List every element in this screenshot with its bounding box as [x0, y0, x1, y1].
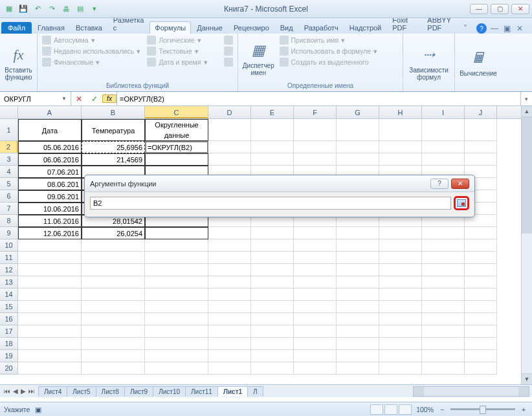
zoom-in-button[interactable]: +	[519, 406, 528, 413]
row-header[interactable]: 9	[0, 227, 18, 239]
cancel-formula-button[interactable]: ✕	[71, 94, 87, 104]
cell[interactable]	[337, 276, 379, 289]
cell[interactable]	[82, 252, 145, 264]
sheet-tab[interactable]: Лист10	[153, 386, 186, 397]
cell[interactable]	[379, 325, 422, 338]
sheet-nav-last-icon[interactable]: ⏭	[28, 388, 35, 395]
cell[interactable]	[145, 264, 208, 276]
cell[interactable]	[337, 362, 379, 375]
cell[interactable]	[465, 227, 497, 239]
col-header-I[interactable]: I	[422, 106, 465, 118]
cell[interactable]	[208, 252, 251, 264]
cell[interactable]: 08.06.201	[18, 178, 82, 190]
cell[interactable]	[18, 362, 82, 375]
create-from-selection-button[interactable]: Создать из выделенного	[278, 57, 400, 67]
row-header[interactable]: 19	[0, 350, 18, 362]
cell[interactable]	[465, 289, 497, 301]
cell[interactable]	[82, 276, 145, 289]
cell[interactable]	[422, 276, 465, 289]
vertical-scrollbar[interactable]: ▲ ▼	[521, 106, 532, 384]
row-header[interactable]: 3	[0, 153, 18, 166]
cell[interactable]	[208, 141, 251, 153]
accept-formula-button[interactable]: ✓	[87, 94, 102, 104]
cell[interactable]	[294, 252, 337, 264]
cell[interactable]	[422, 301, 465, 313]
cell[interactable]: Округленные данные	[145, 119, 208, 141]
undo-icon[interactable]: ↶	[31, 3, 44, 16]
tab-addins[interactable]: Надстрой	[344, 21, 386, 34]
redo-icon[interactable]: ↷	[45, 3, 58, 16]
cell[interactable]	[18, 350, 82, 362]
col-header-F[interactable]: F	[294, 106, 337, 118]
cell[interactable]	[465, 313, 497, 325]
cell[interactable]	[82, 350, 145, 362]
workbook-minimize-icon[interactable]: —	[491, 24, 500, 33]
cell[interactable]	[465, 362, 497, 375]
row-header[interactable]: 1	[0, 119, 18, 141]
cell[interactable]	[422, 350, 465, 362]
macro-record-icon[interactable]: ▣	[35, 406, 41, 413]
cell[interactable]	[251, 227, 294, 239]
cell[interactable]	[294, 301, 337, 313]
scroll-down-icon[interactable]: ▼	[522, 373, 532, 384]
cell[interactable]	[208, 301, 251, 313]
cell[interactable]	[18, 313, 82, 325]
cell[interactable]	[294, 276, 337, 289]
use-in-formula-button[interactable]: Использовать в формуле ▾	[278, 46, 400, 56]
save-icon[interactable]: 💾	[17, 3, 30, 16]
cell[interactable]	[18, 289, 82, 301]
cell[interactable]	[337, 227, 379, 239]
row-header[interactable]: 4	[0, 166, 18, 178]
cell[interactable]	[251, 239, 294, 252]
col-header-G[interactable]: G	[337, 106, 379, 118]
cell[interactable]	[422, 153, 465, 166]
cell[interactable]	[337, 119, 379, 141]
cell[interactable]	[145, 276, 208, 289]
cell[interactable]	[294, 289, 337, 301]
cell[interactable]	[251, 153, 294, 166]
col-header-J[interactable]: J	[465, 106, 497, 118]
cell[interactable]	[18, 239, 82, 252]
cell[interactable]	[145, 252, 208, 264]
minimize-button[interactable]: —	[470, 4, 488, 14]
row-header[interactable]: 13	[0, 276, 18, 289]
cell[interactable]	[251, 301, 294, 313]
cell[interactable]	[337, 141, 379, 153]
normal-view-button[interactable]	[370, 404, 383, 415]
cell[interactable]	[145, 362, 208, 375]
cell[interactable]	[337, 289, 379, 301]
row-header[interactable]: 6	[0, 190, 18, 203]
cell[interactable]	[465, 119, 497, 141]
cell[interactable]	[18, 325, 82, 338]
cell[interactable]	[145, 239, 208, 252]
formula-auditing-button[interactable]: ⇢ Зависимости формул	[406, 35, 452, 90]
cell[interactable]	[251, 313, 294, 325]
page-break-view-button[interactable]	[399, 404, 412, 415]
row-header[interactable]: 12	[0, 264, 18, 276]
cell[interactable]	[294, 141, 337, 153]
scroll-thumb[interactable]	[522, 117, 532, 234]
cell[interactable]	[422, 119, 465, 141]
cell[interactable]	[251, 141, 294, 153]
cell[interactable]	[82, 301, 145, 313]
text-button[interactable]: Текстовые ▾	[145, 46, 221, 56]
cell[interactable]	[422, 252, 465, 264]
cell[interactable]	[422, 362, 465, 375]
sheet-tab[interactable]: Лист4	[38, 386, 67, 397]
dialog-expand-button[interactable]	[454, 196, 469, 210]
cell[interactable]: Дата	[18, 119, 82, 141]
cell[interactable]	[208, 239, 251, 252]
cell[interactable]	[208, 227, 251, 239]
insert-function-button[interactable]: fx Вставить функцию	[3, 35, 34, 90]
zoom-slider[interactable]	[450, 408, 515, 410]
cell[interactable]	[251, 289, 294, 301]
cell[interactable]	[251, 338, 294, 350]
cell[interactable]	[337, 153, 379, 166]
help-icon[interactable]: ?	[476, 23, 487, 34]
cell[interactable]	[18, 338, 82, 350]
cell[interactable]	[145, 153, 208, 166]
cell[interactable]	[465, 338, 497, 350]
cell[interactable]	[379, 119, 422, 141]
tab-home[interactable]: Главная	[32, 21, 70, 34]
cell[interactable]: Температура	[82, 119, 145, 141]
